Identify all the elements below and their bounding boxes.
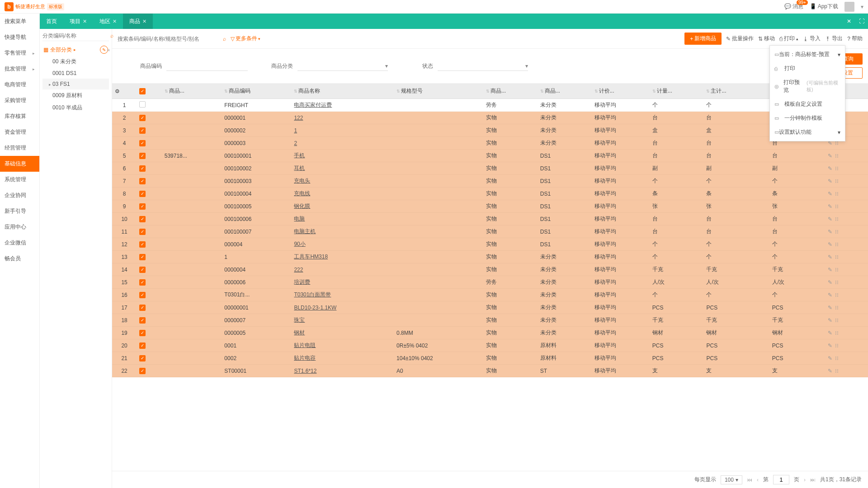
product-name-link[interactable]: ST1.6*12 xyxy=(294,368,316,374)
print-preview-item[interactable]: ◎打印预览 (可编辑当前模板) xyxy=(770,75,845,97)
side-item[interactable]: 零售管理▸ xyxy=(0,45,39,61)
table-row[interactable]: 7✓000100003充电头实物DS1移动平均个个个✎⁝⁝ xyxy=(112,175,868,188)
tab[interactable]: 首页 xyxy=(40,14,63,29)
more-filters-link[interactable]: ▽ 更多条件 ▾ xyxy=(231,35,260,42)
column-header[interactable]: ⇅商品... xyxy=(483,84,538,99)
quick-template-item[interactable]: ▭一分钟制作模板 xyxy=(770,111,845,125)
more-row-icon[interactable]: ⁝⁝ xyxy=(835,216,839,222)
edit-row-icon[interactable]: ✎ xyxy=(828,191,832,197)
filter-cat-select[interactable]: ▾ xyxy=(297,61,388,71)
page-input[interactable] xyxy=(773,475,789,484)
table-row[interactable]: 3✓00000021实物未分类移动平均盒盒盒✎⁝⁝ xyxy=(112,124,868,137)
side-item[interactable]: 资金管理 xyxy=(0,124,39,140)
table-row[interactable]: 13✓1工具车HM318实物未分类移动平均个个个✎⁝⁝ xyxy=(112,251,868,263)
more-row-icon[interactable]: ⁝⁝ xyxy=(835,203,839,210)
page-size-select[interactable]: 100▾ xyxy=(721,475,742,484)
print-item[interactable]: ⎙打印 xyxy=(770,61,845,75)
export-action[interactable]: ⭱导出 xyxy=(825,35,843,42)
table-row[interactable]: 22✓ST00001ST1.6*12A0实物ST移动平均支支支✎⁝⁝ xyxy=(112,365,868,377)
batch-action[interactable]: ✎批量操作 xyxy=(726,35,754,42)
more-row-icon[interactable]: ⁝⁝ xyxy=(835,279,839,286)
table-row[interactable]: 6✓000100002耳机实物DS1移动平均副副副✎⁝⁝ xyxy=(112,162,868,175)
side-item[interactable]: 企业协同 xyxy=(0,188,39,203)
product-name-link[interactable]: 钢化膜 xyxy=(294,203,310,209)
more-row-icon[interactable]: ⁝⁝ xyxy=(835,355,839,361)
row-checkbox[interactable]: ✓ xyxy=(139,191,146,197)
tree-search[interactable]: ⌕ xyxy=(42,33,109,41)
close-icon[interactable]: ✕ xyxy=(83,19,87,24)
side-item[interactable]: 基础信息 xyxy=(0,156,39,172)
product-name-link[interactable]: 钢材 xyxy=(294,329,305,336)
table-row[interactable]: 18✓0000007珠宝实物未分类移动平均千克千克千克✎⁝⁝ xyxy=(112,314,868,327)
row-checkbox[interactable]: ✓ xyxy=(139,343,146,349)
table-row[interactable]: 12✓00000490小实物DS1移动平均个个个✎⁝⁝ xyxy=(112,238,868,251)
column-header[interactable]: ⇅商品名称 xyxy=(291,84,394,99)
tab[interactable]: 项目✕ xyxy=(63,14,93,29)
more-row-icon[interactable]: ⁝⁝ xyxy=(835,153,839,159)
edit-row-icon[interactable]: ✎ xyxy=(828,368,832,374)
edit-row-icon[interactable]: ✎ xyxy=(828,178,832,184)
table-row[interactable]: 17✓00000001BLD10-23-1.1KW实物未分类移动平均PCSPCS… xyxy=(112,301,868,314)
close-icon[interactable]: ✕ xyxy=(113,19,117,24)
product-name-link[interactable]: 1 xyxy=(294,127,297,134)
app-download-link[interactable]: 📱 App下载 xyxy=(810,3,838,10)
table-row[interactable]: 14✓0000004222实物未分类移动平均千克千克千克✎⁝⁝ xyxy=(112,263,868,276)
more-row-icon[interactable]: ⁝⁝ xyxy=(835,267,839,273)
row-checkbox[interactable]: ✓ xyxy=(139,317,146,324)
edit-row-icon[interactable]: ✎ xyxy=(828,330,832,336)
product-name-link[interactable]: 2 xyxy=(294,140,297,146)
tree-root[interactable]: ▦ 全部分类 ▸ ✎ xyxy=(42,44,109,56)
column-header[interactable]: ✓ xyxy=(137,84,162,99)
product-name-link[interactable]: 电商买家付运费 xyxy=(294,102,332,108)
prev-page-icon[interactable]: ‹ xyxy=(757,477,759,483)
side-item[interactable]: 经营管理 xyxy=(0,140,39,156)
fullscreen-icon[interactable]: ⛶ xyxy=(857,17,866,26)
tree-node[interactable]: 0010 半成品 xyxy=(42,102,109,114)
row-checkbox[interactable]: ✓ xyxy=(139,330,146,336)
column-header[interactable]: ⇅商品... xyxy=(538,84,592,99)
tab[interactable]: 商品✕ xyxy=(123,14,153,29)
product-name-link[interactable]: 贴片电阻 xyxy=(294,342,316,348)
table-row[interactable]: 4✓00000032实物未分类移动平均台台台✎⁝⁝ xyxy=(112,137,868,150)
edit-row-icon[interactable]: ✎ xyxy=(828,216,832,222)
next-page-icon[interactable]: › xyxy=(804,477,806,483)
product-name-link[interactable]: 珠宝 xyxy=(294,317,305,323)
table-row[interactable]: 19✓0000005钢材0.8MM实物未分类移动平均钢材钢材钢材✎⁝⁝ xyxy=(112,327,868,339)
side-item[interactable]: 畅会员 xyxy=(0,251,39,267)
more-row-icon[interactable]: ⁝⁝ xyxy=(835,305,839,311)
table-row[interactable]: 8✓000100004充电线实物DS1移动平均条条条✎⁝⁝ xyxy=(112,188,868,200)
select-all-checkbox[interactable]: ✓ xyxy=(139,88,146,94)
row-checkbox[interactable]: ✓ xyxy=(139,153,146,159)
product-name-link[interactable]: 培训费 xyxy=(294,279,310,285)
column-header[interactable]: ⇅计量... xyxy=(650,84,704,99)
product-name-link[interactable]: 222 xyxy=(294,267,303,273)
last-page-icon[interactable]: ⏭ xyxy=(810,477,816,483)
product-name-link[interactable]: BLD10-23-1.1KW xyxy=(294,305,336,311)
help-action[interactable]: ?帮助 xyxy=(847,35,863,42)
row-checkbox[interactable]: ✓ xyxy=(139,216,146,222)
close-icon[interactable]: ✕ xyxy=(142,19,146,24)
column-header[interactable]: ⇅商品编码 xyxy=(222,84,291,99)
row-checkbox[interactable]: ✓ xyxy=(139,305,146,311)
row-checkbox[interactable]: ✓ xyxy=(139,292,146,298)
side-item[interactable]: 企业微信 xyxy=(0,235,39,251)
product-name-link[interactable]: 90小 xyxy=(294,241,305,247)
side-item[interactable]: 新手引导 xyxy=(0,203,39,219)
product-name-link[interactable]: 手机 xyxy=(294,152,305,159)
row-checkbox[interactable]: ✓ xyxy=(139,203,146,210)
chevron-down-icon[interactable]: ▾ xyxy=(861,4,863,10)
product-name-link[interactable]: 电脑 xyxy=(294,216,305,222)
row-checkbox[interactable]: ✓ xyxy=(139,165,146,172)
toolbar-search-input[interactable] xyxy=(118,36,223,42)
row-checkbox[interactable] xyxy=(139,101,146,108)
more-row-icon[interactable]: ⁝⁝ xyxy=(835,165,839,172)
product-name-link[interactable]: 122 xyxy=(294,115,303,121)
tree-node[interactable]: ▸03 FS1 xyxy=(42,79,109,89)
product-name-link[interactable]: 充电线 xyxy=(294,190,310,197)
product-name-link[interactable]: 充电头 xyxy=(294,178,310,184)
row-checkbox[interactable]: ✓ xyxy=(139,115,146,121)
edit-row-icon[interactable]: ✎ xyxy=(828,229,832,235)
avatar[interactable] xyxy=(844,2,854,12)
table-row[interactable]: 20✓0001贴片电阻0R±5% 0402实物原材料移动平均PCSPCSPCS✎… xyxy=(112,339,868,352)
first-page-icon[interactable]: ⏮ xyxy=(747,477,752,483)
